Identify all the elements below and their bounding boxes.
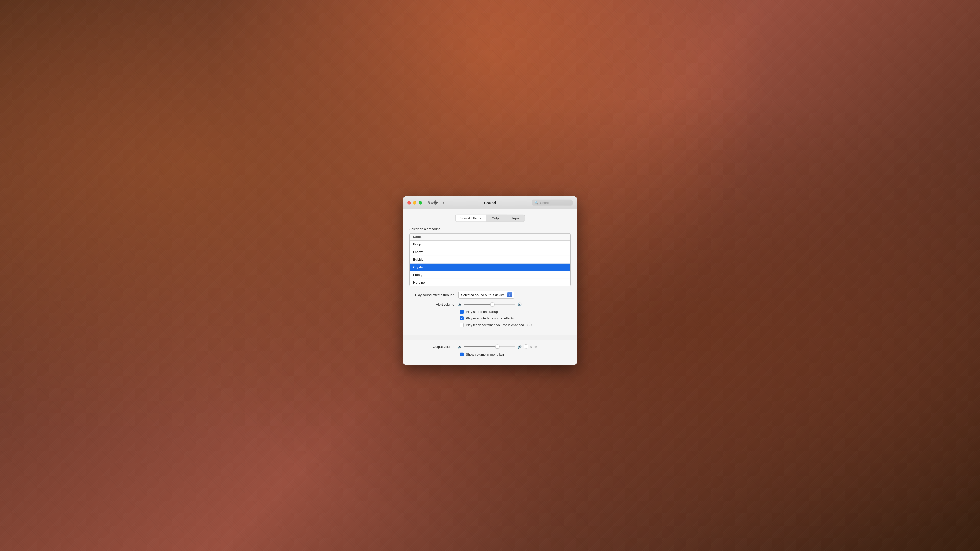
play-through-row: Play sound effects through: Selected sou… bbox=[409, 291, 571, 299]
output-volume-slider[interactable] bbox=[464, 346, 515, 347]
forward-button[interactable]: › bbox=[441, 199, 445, 206]
alert-volume-slider[interactable] bbox=[464, 304, 515, 305]
output-vol-high-icon: 🔊 bbox=[517, 345, 522, 349]
startup-sound-row: ✓ Play sound on startup bbox=[409, 310, 571, 314]
feedback-sound-row: Play feedback when volume is changed ? bbox=[409, 323, 571, 327]
alert-volume-label: Alert volume: bbox=[409, 302, 455, 306]
tabs: Sound Effects Output Input bbox=[409, 214, 571, 222]
window-title: Sound bbox=[484, 200, 496, 205]
show-volume-row: ✓ Show volume in menu bar bbox=[409, 353, 571, 356]
ui-sound-checkbox[interactable]: ✓ bbox=[460, 316, 464, 320]
output-vol-low-icon: 🔈 bbox=[458, 345, 462, 349]
mute-checkbox[interactable] bbox=[524, 345, 528, 349]
mute-toggle[interactable]: Mute bbox=[524, 345, 537, 349]
sound-item-breeze[interactable]: Breeze bbox=[410, 248, 570, 256]
feedback-sound-checkbox[interactable] bbox=[460, 323, 464, 327]
help-button[interactable]: ? bbox=[527, 323, 531, 327]
sound-item-boop[interactable]: Boop bbox=[410, 241, 570, 248]
alert-volume-controls: 🔈 🔊 bbox=[458, 302, 522, 306]
alert-volume-row: Alert volume: 🔈 🔊 bbox=[409, 302, 571, 306]
nav-buttons: &#� › bbox=[426, 199, 445, 206]
show-volume-checkbox[interactable]: ✓ bbox=[460, 353, 464, 356]
ui-sound-row: ✓ Play user interface sound effects bbox=[409, 316, 571, 320]
play-through-dropdown[interactable]: Selected sound output device ↕ bbox=[458, 291, 514, 299]
output-volume-row: Output volume: 🔈 🔊 Mute bbox=[409, 345, 571, 349]
ui-sound-label: Play user interface sound effects bbox=[466, 316, 514, 320]
titlebar: &#� › ⋯ Sound 🔍 Search bbox=[403, 196, 577, 210]
startup-sound-label: Play sound on startup bbox=[466, 310, 498, 314]
close-button[interactable] bbox=[407, 201, 411, 204]
sound-item-bubble[interactable]: Bubble bbox=[410, 256, 570, 264]
output-volume-controls: 🔈 🔊 Mute bbox=[458, 345, 537, 349]
alert-sound-label: Select an alert sound: bbox=[409, 227, 571, 231]
grid-button[interactable]: ⋯ bbox=[448, 199, 455, 206]
main-content: Sound Effects Output Input Select an ale… bbox=[403, 210, 577, 335]
output-volume-label: Output volume: bbox=[409, 345, 455, 348]
show-volume-label: Show volume in menu bar bbox=[466, 353, 504, 356]
section-divider bbox=[403, 336, 577, 336]
output-section: Output volume: 🔈 🔊 Mute ✓ Show volume in… bbox=[403, 340, 577, 365]
minimize-button[interactable] bbox=[413, 201, 417, 204]
output-slider-thumb[interactable] bbox=[495, 345, 500, 349]
dropdown-arrow-icon: ↕ bbox=[507, 292, 512, 297]
feedback-sound-label: Play feedback when volume is changed bbox=[466, 323, 524, 327]
search-placeholder: Search bbox=[540, 201, 550, 205]
traffic-lights bbox=[407, 201, 422, 204]
output-slider-fill bbox=[464, 346, 497, 347]
slider-fill bbox=[464, 304, 492, 305]
slider-thumb[interactable] bbox=[490, 302, 494, 306]
sound-item-crystal[interactable]: Crystal bbox=[410, 264, 570, 271]
startup-sound-checkbox[interactable]: ✓ bbox=[460, 310, 464, 314]
mute-label: Mute bbox=[530, 345, 537, 348]
list-header: Name bbox=[410, 233, 570, 241]
volume-high-icon: 🔊 bbox=[517, 302, 522, 306]
tab-input[interactable]: Input bbox=[507, 214, 525, 222]
tab-sound-effects[interactable]: Sound Effects bbox=[455, 214, 487, 222]
sound-item-funky[interactable]: Funky bbox=[410, 271, 570, 279]
sound-preferences-window: &#� › ⋯ Sound 🔍 Search Sound Effects Out… bbox=[403, 196, 577, 365]
play-through-label: Play sound effects through: bbox=[409, 293, 455, 297]
volume-low-icon: 🔈 bbox=[458, 302, 462, 306]
search-box[interactable]: 🔍 Search bbox=[532, 200, 573, 206]
back-button[interactable]: &#� bbox=[426, 199, 439, 206]
sound-item-heroine[interactable]: Heroine bbox=[410, 279, 570, 286]
maximize-button[interactable] bbox=[418, 201, 422, 204]
sound-list: Name Boop Breeze Bubble Crystal Funky He… bbox=[409, 233, 571, 286]
search-icon: 🔍 bbox=[535, 201, 538, 205]
tab-output[interactable]: Output bbox=[486, 214, 507, 222]
